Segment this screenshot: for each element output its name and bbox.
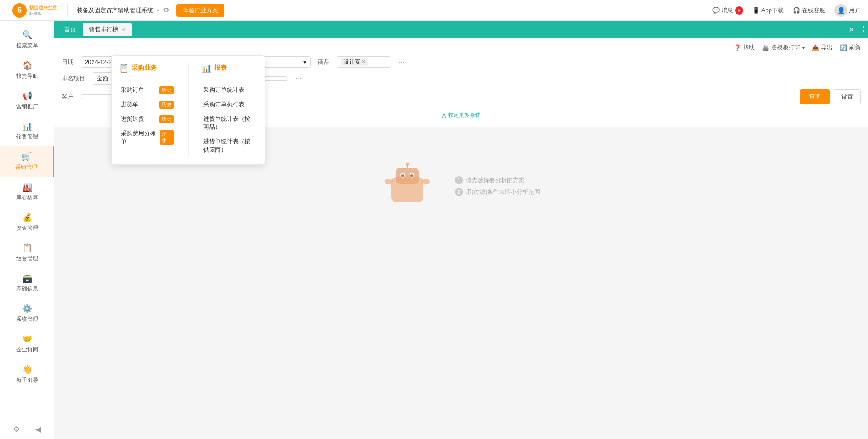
sidebar-item-inventory[interactable]: 🏭 库存核算 bbox=[0, 177, 54, 207]
menu-item-inbound-stats-product[interactable]: 进货单统计表（按商品） bbox=[201, 112, 258, 134]
industry-btn[interactable]: 体验行业方案 bbox=[176, 4, 224, 17]
sidebar-item-sales[interactable]: 📊 销售管理 bbox=[0, 116, 54, 146]
menu-item-inbound[interactable]: 进货单 历史 bbox=[119, 97, 176, 112]
handshake-icon: 🤝 bbox=[22, 334, 32, 344]
menu-col-report: 📊 报表 采购订单统计表 采购订单执行表 进货单统计表（按商品） bbox=[201, 63, 258, 157]
goods-more-btn[interactable]: ··· bbox=[399, 58, 405, 66]
menu-item-purchase-order-label: 采购订单 bbox=[121, 86, 144, 94]
system-title-area: 装备及固定资产辅助管理系统 ▾ ⚙ 体验行业方案 bbox=[77, 4, 712, 17]
tab-close-icon[interactable]: ✕ bbox=[121, 27, 125, 33]
menu-item-expense[interactable]: 采购费用分摊单 历史 bbox=[119, 126, 176, 149]
collapse-label: 收起更多条件 bbox=[448, 111, 481, 119]
message-icon: 💬 bbox=[712, 7, 720, 14]
menu-col-purchase-label: 采购业务 bbox=[132, 64, 157, 72]
empty-steps: 1 请先选择要分析的方案 2 用[过滤]条件来缩小分析范围 bbox=[455, 176, 540, 196]
goods-input[interactable]: 设计素 ✕ bbox=[337, 56, 391, 68]
sidebar-item-system[interactable]: ⚙️ 系统管理 bbox=[0, 298, 54, 329]
logo-brand: 畅捷通好生意 bbox=[29, 5, 57, 11]
gear-icon[interactable]: ⚙ bbox=[163, 6, 169, 15]
empty-step-2: 2 用[过滤]条件来缩小分析范围 bbox=[455, 188, 540, 196]
sidebar-item-newbie[interactable]: 👋 新手引导 bbox=[0, 359, 54, 390]
menu-item-order-exec[interactable]: 采购订单执行表 bbox=[201, 97, 258, 112]
logo-edition: 标准版 bbox=[29, 11, 57, 17]
step-1-num: 1 bbox=[455, 176, 463, 184]
export-btn[interactable]: 📤 导出 bbox=[812, 44, 833, 52]
help-label: 帮助 bbox=[743, 44, 755, 52]
tab-expand-btn[interactable]: ⛶ bbox=[857, 25, 864, 34]
sidebar-item-label: 营销推广 bbox=[16, 103, 38, 110]
query-btn[interactable]: 查询 bbox=[800, 89, 830, 104]
tab-close-window-btn[interactable]: ✕ bbox=[848, 25, 854, 34]
database-icon: 🗃️ bbox=[22, 273, 32, 283]
menu-item-return-label: 进货退货 bbox=[121, 115, 144, 123]
date-label: 日期 bbox=[62, 58, 73, 66]
empty-step-1: 1 请先选择要分析的方案 bbox=[455, 176, 525, 184]
messages-btn[interactable]: 💬 消息 9 bbox=[712, 6, 743, 15]
topbar-right: 💬 消息 9 📱 App下载 🎧 在线客服 👤 用户 bbox=[712, 4, 861, 17]
sidebar-item-label: 销售管理 bbox=[16, 133, 38, 141]
sidebar-item-label: 经营管理 bbox=[16, 255, 38, 262]
print-dropdown-icon[interactable]: ▾ bbox=[802, 45, 805, 50]
salesperson-more-btn[interactable]: ··· bbox=[295, 74, 301, 83]
svg-point-5 bbox=[410, 174, 413, 177]
sidebar-item-operations[interactable]: 📋 经营管理 bbox=[0, 237, 54, 268]
tab-home[interactable]: 首页 bbox=[58, 23, 83, 36]
history-badge-1: 历史 bbox=[159, 101, 174, 109]
topbar: 6 畅捷通好生意 标准版 装备及固定资产辅助管理系统 ▾ ⚙ 体验行业方案 💬 … bbox=[0, 0, 868, 21]
sidebar-item-finance[interactable]: 💰 资金管理 bbox=[0, 207, 54, 237]
empty-illustration bbox=[382, 163, 437, 209]
sidebar-item-label: 搜索菜单 bbox=[16, 42, 38, 49]
step-1-text: 请先选择要分析的方案 bbox=[466, 176, 525, 184]
sidebar-item-enterprise[interactable]: 🤝 企业协同 bbox=[0, 329, 54, 359]
system-icon: ⚙️ bbox=[22, 304, 32, 314]
history-badge-0: 历史 bbox=[159, 86, 174, 94]
sidebar-settings-icon[interactable]: ⚙ bbox=[13, 425, 20, 434]
logo-icon: 6 bbox=[12, 3, 27, 18]
help-btn[interactable]: ❓ 帮助 bbox=[734, 44, 755, 52]
sidebar-item-label: 库存核算 bbox=[16, 194, 38, 202]
headset-icon: 🎧 bbox=[793, 7, 800, 14]
export-icon: 📤 bbox=[812, 44, 819, 51]
goods-tag-text: 设计素 bbox=[344, 58, 360, 66]
menu-item-order-stats-label: 采购订单统计表 bbox=[203, 86, 244, 94]
tabbar: 首页 销售排行榜 ✕ ✕ ⛶ bbox=[54, 21, 868, 38]
sidebar-item-purchase[interactable]: 🛒 采购管理 bbox=[0, 146, 54, 177]
svg-point-7 bbox=[406, 163, 409, 166]
collapse-up-icon: ⋀ bbox=[442, 112, 446, 118]
tab-sales-rank-label: 销售排行榜 bbox=[89, 25, 118, 34]
sidebar-item-label: 资金管理 bbox=[16, 224, 38, 232]
menu-col-purchase-title: 📋 采购业务 bbox=[119, 63, 176, 77]
refresh-btn[interactable]: 🔄 刷新 bbox=[840, 44, 861, 52]
print-btn[interactable]: 🖨️ 按模板打印 ▾ bbox=[762, 44, 805, 52]
online-service-btn[interactable]: 🎧 在线客服 bbox=[793, 6, 825, 15]
menu-item-purchase-order[interactable]: 采购订单 历史 bbox=[119, 83, 176, 97]
sidebar-item-basic-info[interactable]: 🗃️ 基础信息 bbox=[0, 268, 54, 298]
sidebar-item-quick-nav[interactable]: 🏠 快捷导航 bbox=[0, 55, 54, 85]
rank-item-value: 金额 bbox=[97, 74, 108, 83]
voucher-status-dropdown-icon: ▾ bbox=[303, 59, 307, 65]
menu-item-order-stats[interactable]: 采购订单统计表 bbox=[201, 83, 258, 97]
sidebar-item-label: 采购管理 bbox=[15, 163, 37, 171]
print-label: 按模板打印 bbox=[771, 44, 800, 52]
sidebar-item-label: 基础信息 bbox=[16, 285, 38, 293]
sidebar-item-marketing[interactable]: 📢 营销推广 bbox=[0, 85, 54, 116]
app-download-btn[interactable]: 📱 App下载 bbox=[752, 6, 784, 15]
sidebar-item-search[interactable]: 🔍 搜索菜单 bbox=[0, 25, 54, 55]
sidebar-bottom: ⚙ ◀ bbox=[0, 419, 54, 439]
menu-item-return[interactable]: 进货退货 历史 bbox=[119, 112, 176, 126]
refresh-label: 刷新 bbox=[849, 44, 861, 52]
system-dropdown-icon[interactable]: ▾ bbox=[157, 8, 159, 13]
menu-item-inbound-stats-supplier[interactable]: 进货单统计表（按供应商） bbox=[201, 134, 258, 157]
report-col-icon: 📊 bbox=[201, 63, 211, 73]
clipboard-icon: 📋 bbox=[22, 243, 32, 253]
step-2-text: 用[过滤]条件来缩小分析范围 bbox=[466, 188, 540, 196]
tab-sales-rank[interactable]: 销售排行榜 ✕ bbox=[83, 23, 132, 36]
menu-item-expense-label: 采购费用分摊单 bbox=[121, 129, 160, 146]
menu-item-inbound-label: 进货单 bbox=[121, 100, 138, 109]
settings-btn[interactable]: 设置 bbox=[834, 89, 861, 104]
menu-divider bbox=[188, 63, 189, 157]
sidebar-collapse-icon[interactable]: ◀ bbox=[35, 425, 41, 434]
user-btn[interactable]: 👤 用户 bbox=[834, 4, 861, 17]
goods-tag-close-icon[interactable]: ✕ bbox=[361, 59, 366, 65]
purchase-dropdown-menu: 📋 采购业务 采购订单 历史 进货单 历史 进货退货 bbox=[111, 55, 265, 165]
